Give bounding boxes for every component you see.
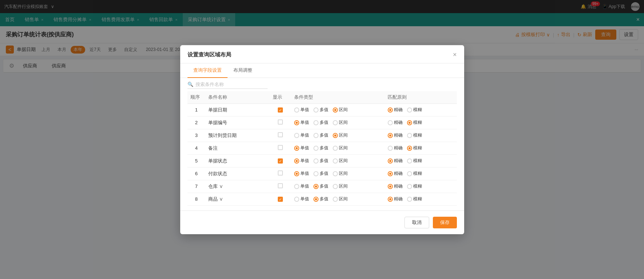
dialog-tabs: 查询字段设置 布局调整 <box>180 63 464 76</box>
dialog-tab-layout[interactable]: 布局调整 <box>228 63 258 76</box>
dialog-close-button[interactable]: × <box>453 51 457 59</box>
dialog-header: 设置查询区域布局 × <box>180 45 464 63</box>
modal-overlay: 设置查询区域布局 × 查询字段设置 布局调整 🔍 顺序 条件名称 显示 <box>0 0 644 76</box>
dialog-title: 设置查询区域布局 <box>187 51 231 58</box>
dialog-tab-query-fields[interactable]: 查询字段设置 <box>187 63 228 76</box>
settings-dialog: 设置查询区域布局 × 查询字段设置 布局调整 🔍 顺序 条件名称 显示 <box>180 45 464 76</box>
